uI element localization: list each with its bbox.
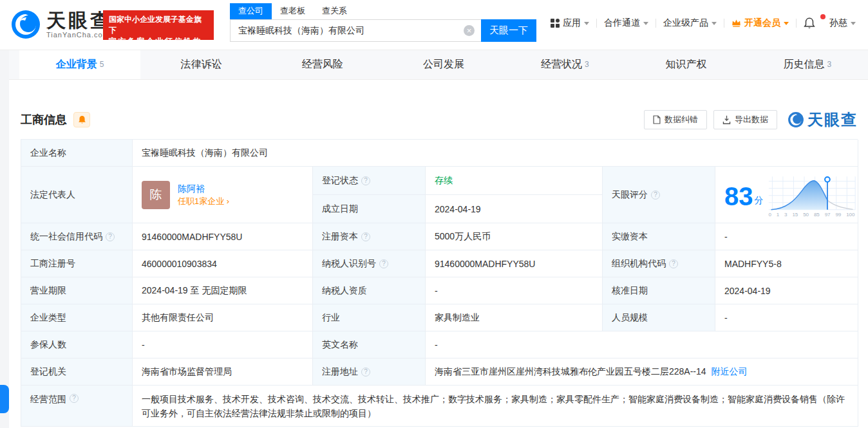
export-data-button[interactable]: 导出数据: [713, 110, 777, 129]
apps-grid-icon: [551, 19, 560, 28]
logo-text: 天眼查: [46, 10, 112, 31]
axis-tick: 1: [777, 212, 779, 218]
label-text: 经营范围: [30, 392, 66, 406]
score-unit: 分: [755, 195, 764, 207]
axis-tick: 0: [769, 212, 771, 218]
search-button[interactable]: 天眼一下: [481, 19, 536, 42]
search-tab-boss[interactable]: 查老板: [272, 3, 314, 19]
field-label-credit-code: 统一社会信用代码: [21, 223, 133, 250]
clear-search-icon[interactable]: [464, 25, 475, 36]
bell-icon: [804, 17, 815, 29]
field-label-approval-date: 核准日期: [603, 277, 715, 304]
org-code-value: MADHFYY5-8: [715, 250, 858, 277]
field-label-insured-count: 参保人数: [21, 331, 133, 358]
help-icon[interactable]: [361, 176, 370, 185]
tab-label: 历史信息: [783, 58, 824, 71]
export-data-label: 导出数据: [735, 114, 768, 126]
menu-open-vip[interactable]: 开通会员: [724, 17, 796, 29]
field-label-reg-number: 工商注册号: [21, 250, 133, 277]
chevron-down-icon: [584, 22, 589, 25]
watermark-logo: 天眼查: [788, 109, 858, 130]
notifications-bell[interactable]: [797, 17, 822, 29]
tianyan-score-cell: 83 分: [715, 167, 858, 223]
section-title: 工商信息: [21, 112, 67, 127]
monitor-bell-button[interactable]: [73, 112, 90, 127]
tab-company-development[interactable]: 公司发展: [383, 50, 504, 79]
help-icon[interactable]: [361, 232, 370, 241]
reg-status-value: 存续: [426, 167, 603, 195]
help-icon[interactable]: [651, 191, 660, 200]
legal-rep-avatar[interactable]: 陈: [142, 181, 170, 209]
field-label-business-term: 营业期限: [21, 277, 133, 304]
industry-value: 家具制造业: [426, 304, 603, 331]
help-icon[interactable]: [379, 259, 388, 268]
field-label-business-scope: 经营范围: [21, 386, 133, 427]
tab-count: 3: [585, 60, 589, 69]
search-tab-relation[interactable]: 查关系: [314, 3, 355, 19]
legal-rep-cell: 陈 陈阿裕 任职1家企业 ›: [133, 167, 313, 223]
tab-legal-litigation[interactable]: 法律诉讼: [140, 50, 261, 79]
tianyancha-logo[interactable]: 天眼查 TianYanCha.com: [10, 9, 112, 40]
approval-date-value: 2024-04-19: [715, 277, 858, 304]
tab-label: 经营状况: [541, 58, 582, 71]
search-area: 查公司 查老板 查关系 天眼一下: [230, 3, 536, 42]
label-text: 注册资本: [322, 231, 358, 243]
credit-code-value: 91460000MADHFYY58U: [133, 223, 313, 250]
business-term-value: 2024-04-19 至 无固定期限: [133, 277, 313, 304]
field-label-paid-capital: 实缴资本: [603, 223, 715, 250]
data-correction-label: 数据纠错: [665, 114, 698, 126]
field-label-company-type: 企业类型: [21, 304, 133, 331]
menu-partner-channel[interactable]: 合作通道: [597, 17, 656, 29]
data-correction-button[interactable]: 数据纠错: [644, 110, 707, 129]
menu-enterprise-products[interactable]: 企业级产品: [656, 17, 724, 29]
tab-operating-status[interactable]: 经营状况 3: [504, 50, 625, 79]
tab-intellectual-property[interactable]: 知识产权: [625, 50, 746, 79]
help-icon[interactable]: [361, 368, 370, 377]
menu-apps-label: 应用: [563, 17, 581, 29]
label-text: 纳税人识别号: [322, 258, 376, 270]
user-account[interactable]: 孙慈: [822, 17, 863, 29]
top-header: 天眼查 TianYanCha.com 国家中小企业发展子基金旗下 官方备案企业征…: [0, 0, 868, 50]
search-tab-company[interactable]: 查公司: [230, 3, 272, 19]
business-scope-value: 一般项目技术服务、技术开发、技术咨询、技术交流、技术转让、技术推广；数字技术服务…: [133, 386, 858, 427]
taxpayer-id-value: 91460000MADHFYY58U: [426, 250, 603, 277]
menu-vip-label: 开通会员: [744, 17, 780, 29]
field-label-industry: 行业: [313, 304, 426, 331]
legal-rep-positions-link[interactable]: 任职1家企业 ›: [178, 195, 229, 207]
tab-history-info[interactable]: 历史信息 3: [747, 50, 868, 79]
chevron-down-icon: [643, 22, 648, 25]
help-icon[interactable]: [669, 259, 678, 268]
help-icon[interactable]: [70, 394, 79, 403]
tab-business-risk[interactable]: 经营风险: [262, 50, 383, 79]
tab-count: 5: [100, 60, 104, 69]
tab-label: 法律诉讼: [180, 58, 222, 71]
tab-company-background[interactable]: 企业背景 5: [19, 50, 140, 79]
field-label-staff-size: 人员规模: [603, 304, 715, 331]
field-label-score: 天眼评分: [603, 167, 715, 223]
field-label-establish-date: 成立日期: [313, 195, 426, 223]
establish-date-value: 2024-04-19: [426, 195, 603, 223]
company-section-tabs: 企业背景 5 法律诉讼 经营风险 公司发展 经营状况 3 知识产权 历史信息 3: [9, 50, 868, 80]
badge-line2: 官方备案企业征信机构: [109, 36, 208, 47]
legal-rep-name-link[interactable]: 陈阿裕: [178, 182, 229, 195]
field-label-english-name: 英文名称: [313, 331, 426, 358]
reg-address-value: 海南省三亚市崖州区崖州湾科技城雅布伦产业园五号楼二层228A--14: [435, 366, 706, 378]
label-text: 组织机构代码: [612, 258, 666, 270]
field-label-taxpayer-quality: 纳税人资质: [313, 277, 426, 304]
reg-authority-value: 海南省市场监督管理局: [133, 358, 313, 386]
menu-apps[interactable]: 应用: [543, 17, 596, 29]
floating-side-widget[interactable]: [0, 385, 9, 413]
axis-tick: 3: [784, 212, 787, 218]
nearby-companies-link[interactable]: 附近公司: [712, 366, 748, 378]
label-text: 登记状态: [322, 175, 358, 187]
badge-line1: 国家中小企业发展子基金旗下: [109, 14, 208, 36]
field-label-reg-address: 注册地址: [313, 358, 426, 386]
business-info-table: 企业名称 宝褓睡眠科技（海南）有限公司 法定代表人 陈 陈阿裕 任职1家企业 ›…: [21, 139, 858, 427]
taxpayer-quality-value: -: [426, 277, 603, 304]
watermark-text: 天眼查: [807, 109, 858, 130]
bell-icon: [78, 115, 86, 124]
document-icon: [653, 115, 661, 124]
gov-certification-badge: 国家中小企业发展子基金旗下 官方备案企业征信机构: [103, 10, 214, 40]
help-icon[interactable]: [106, 232, 115, 241]
search-input[interactable]: [230, 19, 481, 42]
